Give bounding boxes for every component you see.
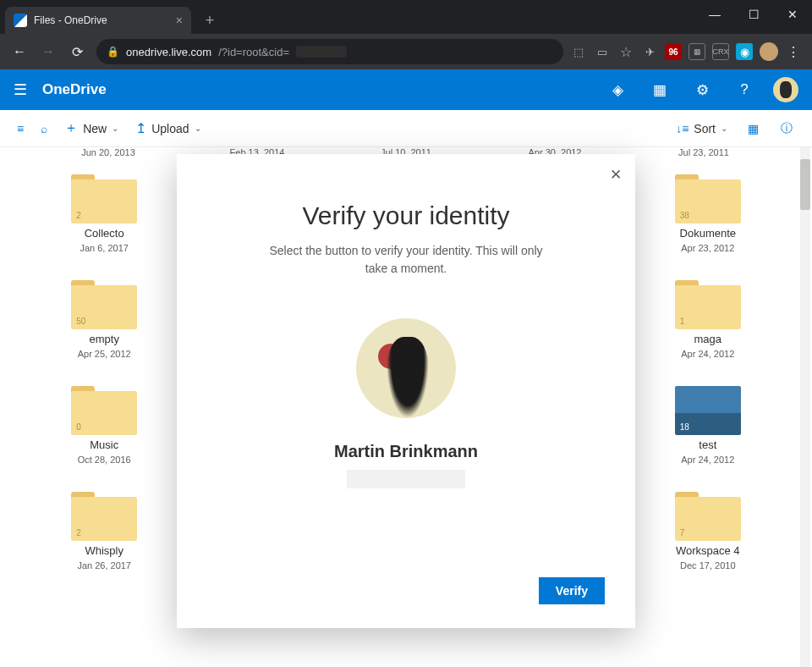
item-count-badge: 2 — [76, 211, 81, 220]
item-count-badge: 2 — [76, 528, 81, 537]
upload-button[interactable]: ↥ Upload ⌄ — [130, 117, 206, 140]
file-tile[interactable]: 2WhisplyJan 26, 2017 — [34, 492, 174, 571]
side-panel-toggle[interactable]: ≡ — [12, 119, 29, 139]
item-count-badge: 50 — [76, 317, 85, 326]
cast-icon[interactable]: ▭ — [594, 43, 611, 60]
address-bar[interactable]: 🔒 onedrive.live.com/?id=root&cid= — [96, 39, 563, 64]
folder-icon: 2 — [71, 174, 137, 223]
file-name: Dokumente — [680, 227, 736, 240]
scrollbar-track[interactable] — [800, 147, 810, 667]
forward-button[interactable]: → — [36, 39, 61, 64]
folder-icon: 0 — [71, 386, 137, 435]
url-redacted — [296, 46, 347, 58]
browser-toolbar: ← → ⟳ 🔒 onedrive.live.com/?id=root&cid= … — [0, 34, 812, 69]
bookmark-icon[interactable]: ☆ — [617, 43, 634, 60]
item-count-badge: 1 — [680, 317, 685, 326]
file-name: empty — [89, 333, 118, 345]
plane-icon[interactable]: ✈ — [641, 43, 658, 60]
verify-button[interactable]: Verify — [539, 577, 605, 604]
upload-icon: ↥ — [135, 120, 146, 136]
file-name: test — [699, 438, 716, 451]
minimize-button[interactable]: — — [695, 0, 734, 29]
url-domain: onedrive.live.com — [126, 46, 211, 58]
file-tile[interactable]: 2CollectoJan 6, 2017 — [34, 174, 174, 253]
item-count-badge: 0 — [76, 422, 81, 432]
ublock-icon[interactable]: 96 — [665, 43, 682, 60]
file-name: Music — [90, 438, 118, 451]
account-avatar[interactable] — [773, 77, 798, 102]
file-date: Apr 24, 2012 — [681, 455, 734, 465]
scrollbar-thumb[interactable] — [800, 159, 810, 210]
file-date: Dec 17, 2010 — [680, 560, 735, 571]
brand-title: OneDrive — [42, 81, 107, 98]
modal-title: Verify your identity — [302, 201, 509, 230]
onedrive-favicon — [14, 14, 27, 27]
file-date: Oct 28, 2016 — [78, 455, 131, 465]
sort-icon: ↓≡ — [676, 122, 689, 135]
file-date: Jan 26, 2017 — [77, 560, 131, 571]
onedrive-header: ☰ OneDrive ◈ ▦ ⚙ ? — [0, 69, 812, 110]
settings-gear-icon[interactable]: ⚙ — [689, 76, 716, 103]
profile-avatar-icon[interactable] — [760, 42, 778, 61]
maximize-button[interactable]: ☐ — [734, 0, 773, 29]
url-path: /?id=root&cid= — [218, 46, 289, 58]
folder-icon: 50 — [71, 280, 137, 329]
folder-icon: 7 — [675, 492, 741, 541]
item-count-badge: 18 — [680, 422, 689, 432]
user-name: Martin Brinkmann — [334, 442, 478, 461]
close-icon[interactable]: ✕ — [610, 166, 622, 184]
extensions-row: ⬚ ▭ ☆ ✈ 96 ▦ CRX ◉ ⋮ — [570, 42, 805, 61]
window-controls: — ☐ ✕ — [695, 0, 812, 29]
file-name: Workspace 4 — [676, 544, 740, 557]
browser-titlebar: Files - OneDrive × + — ☐ ✕ — [0, 0, 812, 34]
info-button[interactable]: ⓘ — [773, 115, 800, 142]
back-button[interactable]: ← — [7, 39, 32, 64]
app-launcher-icon[interactable]: ▦ — [646, 76, 673, 103]
folder-icon: 1 — [675, 280, 741, 329]
file-date: Apr 23, 2012 — [681, 243, 734, 253]
redacted-email — [347, 470, 465, 488]
tab-title: Files - OneDrive — [34, 14, 107, 26]
sort-label: Sort — [694, 122, 716, 135]
file-name: Whisply — [85, 544, 123, 557]
file-name: Collecto — [85, 227, 124, 240]
sort-button[interactable]: ↓≡ Sort ⌄ — [671, 119, 732, 139]
file-tile[interactable]: 7Workspace 4Dec 17, 2010 — [638, 492, 778, 571]
crx-icon[interactable]: CRX — [712, 43, 729, 60]
verify-identity-modal: ✕ Verify your identity Select the button… — [177, 154, 635, 628]
file-tile[interactable]: 1magaApr 24, 2012 — [638, 280, 778, 359]
search-button[interactable]: ⌕ — [36, 119, 52, 139]
chevron-down-icon: ⌄ — [721, 124, 727, 133]
file-tile[interactable]: 50emptyApr 25, 2012 — [34, 280, 174, 359]
help-icon[interactable]: ? — [731, 76, 758, 103]
file-date: Apr 25, 2012 — [78, 349, 131, 359]
item-count-badge: 38 — [680, 211, 689, 220]
nav-hamburger-icon[interactable]: ☰ — [14, 80, 27, 99]
close-window-button[interactable]: ✕ — [773, 0, 812, 29]
ext-blue-icon[interactable]: ◉ — [736, 43, 753, 60]
file-tile[interactable]: 18testApr 24, 2012 — [638, 386, 778, 465]
file-date: Apr 24, 2012 — [681, 349, 734, 359]
browser-tab[interactable]: Files - OneDrive × — [5, 7, 191, 34]
command-bar: ≡ ⌕ ＋ New ⌄ ↥ Upload ⌄ ↓≡ Sort ⌄ ▦ ⓘ — [0, 110, 812, 147]
translate-icon[interactable]: ⬚ — [570, 43, 587, 60]
modal-subtitle: Select the button to verify your identit… — [266, 242, 546, 278]
premium-icon[interactable]: ◈ — [604, 76, 631, 103]
file-tile[interactable]: 0MusicOct 28, 2016 — [34, 386, 174, 465]
folder-icon: 2 — [71, 492, 137, 541]
chevron-down-icon: ⌄ — [195, 124, 201, 133]
close-tab-icon[interactable]: × — [176, 14, 183, 27]
cut-date: Jun 20, 2013 — [41, 147, 176, 157]
browser-menu-icon[interactable]: ⋮ — [785, 43, 802, 60]
cut-date: Jul 23, 2011 — [636, 147, 771, 157]
view-toggle-button[interactable]: ▦ — [739, 115, 766, 142]
new-label: New — [83, 122, 107, 135]
item-count-badge: 7 — [680, 528, 685, 537]
thumbnail-icon: 18 — [675, 386, 741, 435]
file-tile[interactable]: 38DokumenteApr 23, 2012 — [638, 174, 778, 253]
lock-icon: 🔒 — [107, 46, 119, 58]
new-tab-button[interactable]: + — [198, 8, 222, 32]
reload-button[interactable]: ⟳ — [64, 39, 90, 64]
ext-box-icon[interactable]: ▦ — [689, 43, 705, 60]
new-button[interactable]: ＋ New ⌄ — [59, 116, 123, 141]
